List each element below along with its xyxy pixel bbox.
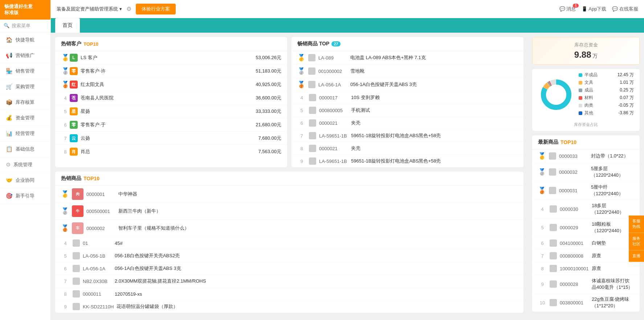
system-name-dropdown[interactable]: 装备及固定资产辅助管理系统 ▾ [57,6,122,12]
home-icon: 🏠 [6,37,13,43]
topbar-right: 💬 消息 6 📱 App下载 💬 在线客服 [559,6,638,12]
online-service-btn[interactable]: 💬 在线客服 [612,6,638,12]
float-customer-service[interactable]: 客服热线 [629,216,644,233]
sidebar-item-inventory[interactable]: 📦 库存核算 [0,95,50,110]
sidebar-item-basic-info[interactable]: 📋 基础信息 [0,141,50,157]
customer-avatar: 星 [70,107,78,115]
phone-icon: 📱 [582,6,587,12]
medal-icon: 🥇 [61,190,69,198]
product-thumb [549,152,556,160]
product-row: 6 0000021 夹壳 [292,117,523,130]
content-area: 热销客户 TOP10 🥇 L LS 客户 53,006.26元 [51,33,644,320]
customers-table: 🥇 L LS 客户 53,006.26元 🥈 零 零售客户·许 51,183.0… [55,51,287,158]
search-menu[interactable]: 🔍 搜索菜单 [0,20,50,32]
purchase-icon: 🛒 [6,83,13,90]
sidebar-item-finance[interactable]: 💰 资金管理 [0,110,50,126]
content-right: 库存总资金 9.88 万 [528,33,644,320]
operations-icon: 📊 [6,130,13,137]
inventory-label: 库存总资金 [538,42,633,48]
product-thumb [550,205,557,213]
chart-legend: 半成品 12.45 万 文具 1.01 万 成品 0.25 万 [579,72,634,118]
sidebar-item-system[interactable]: ⚙ 系统管理 [0,157,50,173]
product-thumb [549,168,556,176]
product-thumb [550,252,557,259]
sidebar-item-enterprise[interactable]: 🤝 企业协同 [0,173,50,188]
product-row: 7 LA-59651-1B 59651-1B旋转投影灯电池盒ABS黑色+58壳 [292,130,523,142]
tab-home[interactable]: 首页 [55,18,80,33]
product-thumb [309,94,316,101]
hot-products-card: 热销商品 TOP10 🥇 肉 0000001 中华神器 🥈 牛 00050000… [55,172,523,313]
chart-footer: 库存资金占比 [532,120,640,131]
new-products-list: 🥇 0000033 封边带（1.0*22） 🥈 0000032 5厘多层（122… [532,149,640,312]
legend-color [579,73,582,77]
inventory-summary-box: 库存总资金 9.88 万 [532,37,640,65]
product-thumb [309,119,316,127]
new-products-header: 最新商品 TOP10 [532,135,640,149]
product-row: 9 0000028 体诚嘉枝味苏打饮品400毫升（1*15） [532,275,640,294]
customer-avatar: 苍 [70,94,78,102]
product-row: 8 0000021 夹壳 [292,142,523,155]
legend-color [579,81,582,85]
main-area: 装备及固定资产辅助管理系统 ▾ ⚙ 体验行业方案 💬 消息 6 📱 App下载 … [51,0,644,320]
product-row: 🥈 001000002 雪地靴 [292,65,523,78]
product-thumb [73,252,80,259]
product-thumb [309,145,316,152]
customer-avatar: 零 [70,67,78,75]
product-thumb [73,265,80,272]
product-row: 5 000800005 手机测试 [292,104,523,117]
float-service-community[interactable]: 服务社区 [629,233,644,250]
product-row: 10 003800001 22g鱼豆腐·烧烤味（1*12*20） [532,294,640,312]
notification-btn[interactable]: 💬 消息 6 [559,6,576,12]
top-selling-products-card: 畅销商品 TOP 27 🥇 LA-089 电池盖 LA-089 ABS本色+黑种… [292,37,523,167]
product-row: 6 004100001 白钢垫 [532,237,640,250]
customer-avatar: L [70,54,78,62]
product-thumb: 牛 [72,205,83,217]
sidebar-item-sales[interactable]: 🏪 销售管理 [0,63,50,79]
float-live-stream[interactable]: 直播 [629,250,644,262]
sidebar-item-quicknav[interactable]: 🏠 快捷导航 [0,32,50,48]
chart-area: 半成品 12.45 万 文具 1.01 万 成品 0.25 万 [532,69,640,120]
product-row: 4 0000017 10S 变刹罗赖 [292,91,523,104]
sidebar-item-guide[interactable]: 🎯 新手引导 [0,188,50,204]
table-row: 8 肖 肖总 7,563.00元 [55,145,287,158]
settings-gear-icon[interactable]: ⚙ [126,5,131,12]
inventory-amount-display: 9.88 万 [538,50,633,60]
table-row: 4 苍 苍南县人民医院 36,600.00元 [55,91,287,105]
legend-color [579,104,582,107]
inventory-chart-card: 半成品 12.45 万 文具 1.01 万 成品 0.25 万 [532,69,640,131]
legend-color [579,89,582,92]
table-row: 7 云 云扬 7,680.00元 [55,132,287,145]
product-thumb [550,239,557,247]
topbar: 装备及固定资产辅助管理系统 ▾ ⚙ 体验行业方案 💬 消息 6 📱 App下载 … [51,0,644,18]
search-icon: 🔍 [4,23,9,28]
product-row: 4 0000030 18多层（1220*2440） [532,200,640,218]
legend-item: 其他 -3.86 万 [579,110,634,116]
selling-header: 畅销商品 TOP 27 [292,37,523,51]
experience-btn[interactable]: 体验行业方案 [136,4,176,15]
product-thumb [549,187,556,194]
inventory-icon: 📦 [6,99,13,106]
medal-icon: 🥇 [538,152,546,160]
customer-avatar: 肖 [70,148,78,156]
content-left: 热销客户 TOP10 🥇 L LS 客户 53,006.26元 [51,33,528,320]
customer-avatar: 零 [70,121,78,129]
product-thumb [550,265,557,272]
app-download-btn[interactable]: 📱 App下载 [582,6,606,12]
medal-icon: 🥈 [297,67,305,75]
table-row: 5 星 星扬 33,333.00元 [55,105,287,118]
sidebar-item-purchase[interactable]: 🛒 采购管理 [0,79,50,95]
table-row: 🥇 L LS 客户 53,006.26元 [55,51,287,65]
product-thumb [550,224,557,231]
dropdown-arrow-icon: ▾ [119,6,122,12]
sidebar-item-operations[interactable]: 📊 经营管理 [0,126,50,141]
product-thumb: 车 [72,222,83,234]
float-buttons: 客服热线 服务社区 直播 [629,216,644,262]
sidebar-item-marketing[interactable]: 📢 营销推广 [0,48,50,63]
service-icon: 💬 [612,6,618,12]
customer-avatar: 红 [70,81,78,89]
product-row: 9 KK-SD22110H 花语萌恒温分罐罐袋（厚款） [55,300,523,313]
new-products-card: 最新商品 TOP10 🥇 0000033 封边带（1.0*22） 🥈 00000… [532,135,640,312]
product-thumb [73,239,80,247]
medal-icon: 🥉 [61,224,69,232]
medal-icon: 🥇 [61,54,70,62]
